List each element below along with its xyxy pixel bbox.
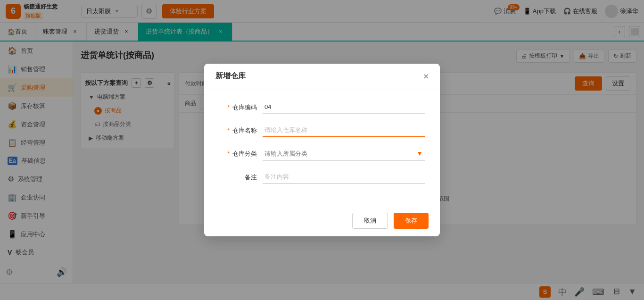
form-row-code: * 仓库编码	[219, 100, 425, 114]
save-button[interactable]: 保存	[394, 213, 429, 229]
new-warehouse-dialog: 新增仓库 × * 仓库编码 * 仓库名称	[204, 64, 440, 236]
dialog-title: 新增仓库	[215, 71, 246, 81]
dialog-header: 新增仓库 ×	[204, 64, 440, 89]
form-row-note: 备注	[219, 170, 425, 184]
modal-overlay: 新增仓库 × * 仓库编码 * 仓库名称	[0, 0, 644, 300]
note-input[interactable]	[263, 170, 425, 184]
name-input[interactable]	[263, 124, 425, 137]
category-select[interactable]: ▼	[263, 147, 425, 161]
code-input[interactable]	[263, 100, 425, 114]
dialog-body: * 仓库编码 * 仓库名称 * 仓库分类	[204, 89, 440, 205]
form-row-name: * 仓库名称	[219, 124, 425, 137]
note-label: 备注	[219, 173, 257, 182]
category-input[interactable]	[264, 150, 416, 157]
dialog-footer: 取消 保存	[204, 205, 440, 236]
code-label: * 仓库编码	[219, 103, 257, 112]
name-label: * 仓库名称	[219, 126, 257, 135]
category-label: * 仓库分类	[219, 150, 257, 158]
form-row-category: * 仓库分类 ▼	[219, 147, 425, 161]
cancel-button[interactable]: 取消	[352, 213, 388, 229]
category-dropdown-arrow: ▼	[416, 150, 423, 157]
dialog-close-button[interactable]: ×	[423, 72, 429, 81]
